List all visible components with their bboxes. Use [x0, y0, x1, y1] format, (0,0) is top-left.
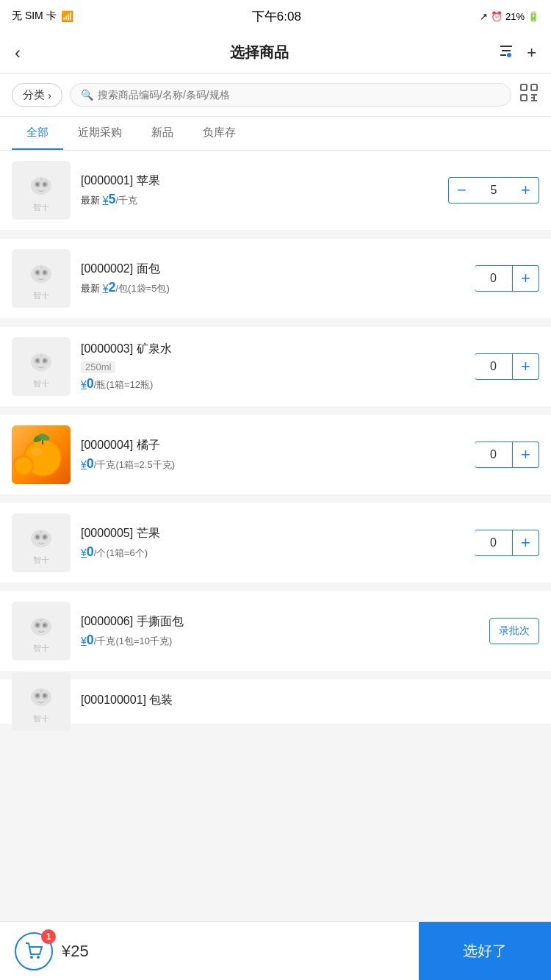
- product-item: 智十 [0000002] 面包 最新 ¥2/包(1袋=5包) +: [0, 239, 551, 318]
- product-item: [0000004] 橘子 ¥0/千克(1箱=2.5千克) +: [0, 415, 551, 494]
- svg-point-31: [31, 447, 43, 456]
- qty-plus-button[interactable]: +: [513, 353, 539, 380]
- add-button[interactable]: +: [527, 43, 536, 62]
- product-item: 智十 [0000003] 矿泉水 250ml ¥0/瓶(1箱=12瓶) +: [0, 327, 551, 406]
- svg-point-54: [43, 694, 46, 697]
- product-info-0000003: [0000003] 矿泉水 250ml ¥0/瓶(1箱=12瓶): [81, 342, 464, 392]
- svg-point-56: [30, 956, 33, 959]
- cart-badge: 1: [41, 929, 56, 944]
- product-price: ¥0/千克(1箱=2.5千克): [81, 456, 464, 472]
- qty-input[interactable]: [475, 442, 513, 468]
- search-icon: 🔍: [81, 89, 93, 101]
- page-title: 选择商品: [230, 43, 289, 62]
- nav-actions: +: [497, 42, 536, 64]
- svg-point-41: [36, 536, 39, 538]
- product-name: [0000004] 橘子: [81, 438, 464, 453]
- svg-point-57: [37, 956, 40, 959]
- product-image-0000003: 智十: [12, 337, 71, 396]
- product-list: 智十 [0000001] 苹果 最新 ¥5/千克 − +: [0, 151, 551, 724]
- product-item: 智十 [0000001] 苹果 最新 ¥5/千克 − +: [0, 151, 551, 230]
- product-item: 智十 [0000006] 手撕面包 ¥0/千克(1包=10千克) 录批次: [0, 591, 551, 671]
- tab-new[interactable]: 新品: [137, 117, 188, 150]
- quantity-control-0000004: +: [475, 442, 539, 468]
- qty-input[interactable]: [475, 265, 513, 292]
- qty-plus-button[interactable]: +: [513, 442, 539, 468]
- qty-plus-button[interactable]: +: [513, 265, 539, 292]
- qty-input[interactable]: [475, 177, 513, 203]
- product-image-0000001: 智十: [12, 161, 71, 220]
- search-input[interactable]: [98, 89, 500, 101]
- product-image-0000002: 智十: [12, 249, 71, 308]
- svg-rect-6: [521, 95, 527, 101]
- product-name: [0000006] 手撕面包: [81, 614, 479, 630]
- scan-button[interactable]: [519, 82, 539, 107]
- svg-point-3: [508, 54, 511, 57]
- status-bar: 无 SIM 卡 📶 下午6:08 ↗ ⏰ 21% 🔋: [0, 0, 551, 32]
- product-name: [0000001] 苹果: [81, 173, 438, 189]
- status-indicators: ↗ ⏰ 21% 🔋: [480, 11, 539, 22]
- product-price: 最新 ¥2/包(1袋=5包): [81, 280, 464, 295]
- product-info-0000001: [0000001] 苹果 最新 ¥5/千克: [81, 173, 438, 207]
- cart-total: ¥25: [62, 942, 89, 961]
- quantity-control-0000002: +: [475, 265, 539, 292]
- qty-plus-button[interactable]: +: [513, 530, 539, 556]
- tab-recent[interactable]: 近期采购: [63, 117, 137, 150]
- svg-point-33: [15, 457, 32, 475]
- carrier-text: 无 SIM 卡: [12, 10, 57, 23]
- svg-point-42: [43, 536, 46, 538]
- quantity-control-0000005: +: [475, 530, 539, 556]
- product-image-0000006: 智十: [12, 602, 71, 660]
- svg-point-21: [43, 271, 46, 274]
- qty-plus-button[interactable]: +: [513, 177, 539, 203]
- product-name: [0000002] 面包: [81, 262, 464, 277]
- svg-rect-4: [521, 84, 527, 90]
- quantity-control-0000003: +: [475, 353, 539, 380]
- cart-button[interactable]: 1: [15, 932, 53, 970]
- svg-point-20: [36, 271, 39, 274]
- product-spec: 250ml: [81, 361, 115, 373]
- battery-text: 21%: [505, 11, 525, 22]
- quantity-control-0000001: − +: [448, 177, 539, 203]
- filter-bar: 分类 › 🔍: [0, 73, 551, 117]
- svg-point-53: [36, 694, 39, 697]
- svg-point-27: [43, 359, 46, 362]
- tab-negative[interactable]: 负库存: [188, 117, 251, 150]
- product-price: 最新 ¥5/千克: [81, 192, 438, 207]
- qty-input[interactable]: [475, 353, 513, 380]
- product-info-0000002: [0000002] 面包 最新 ¥2/包(1袋=5包): [81, 262, 464, 295]
- svg-point-26: [36, 359, 39, 362]
- product-name: [000100001] 包装: [81, 693, 539, 708]
- location-icon: ↗: [480, 11, 488, 22]
- cart-section: 1 ¥25: [0, 932, 104, 970]
- search-box: 🔍: [70, 83, 511, 107]
- product-name: [0000005] 芒果: [81, 526, 464, 541]
- product-image-0000004: [12, 425, 71, 484]
- qty-input[interactable]: [475, 530, 513, 556]
- status-time: 下午6:08: [252, 8, 301, 25]
- tab-all[interactable]: 全部: [12, 117, 63, 150]
- product-info-000100001: [000100001] 包装: [81, 693, 539, 711]
- status-carrier: 无 SIM 卡 📶: [12, 10, 73, 23]
- product-info-0000006: [0000006] 手撕面包 ¥0/千克(1包=10千克): [81, 614, 479, 648]
- tab-bar: 全部 近期采购 新品 负库存: [0, 117, 551, 151]
- category-arrow: ›: [48, 89, 51, 101]
- product-price: ¥0/千克(1包=10千克): [81, 633, 479, 648]
- product-name: [0000003] 矿泉水: [81, 342, 464, 357]
- svg-point-48: [43, 624, 46, 627]
- bottom-bar: 1 ¥25 选好了: [0, 921, 551, 980]
- product-price: ¥0/瓶(1箱=12瓶): [81, 376, 464, 392]
- svg-point-15: [43, 183, 46, 186]
- qty-minus-button[interactable]: −: [448, 177, 475, 203]
- back-button[interactable]: ‹: [15, 43, 21, 63]
- filter-icon[interactable]: [497, 42, 515, 64]
- category-button[interactable]: 分类 ›: [12, 83, 62, 107]
- product-item: 智十 [0000005] 芒果 ¥0/个(1箱=6个) +: [0, 503, 551, 583]
- category-label: 分类: [23, 88, 45, 102]
- svg-point-34: [17, 460, 23, 464]
- batch-button[interactable]: 录批次: [489, 618, 539, 644]
- product-image-0000005: 智十: [12, 514, 71, 572]
- battery-icon: 🔋: [527, 11, 539, 22]
- product-info-0000004: [0000004] 橘子 ¥0/千克(1箱=2.5千克): [81, 438, 464, 472]
- confirm-button[interactable]: 选好了: [419, 922, 551, 981]
- alarm-icon: ⏰: [491, 11, 503, 22]
